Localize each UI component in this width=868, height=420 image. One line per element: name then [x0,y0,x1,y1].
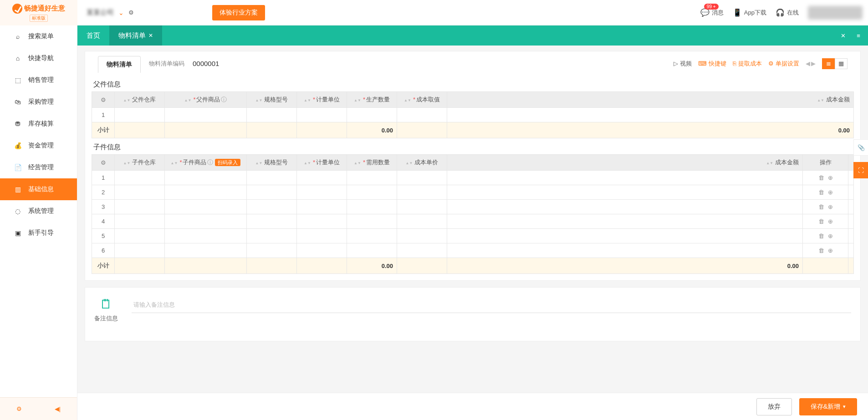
view-switch: ≣ ▦ [822,58,848,69]
col-child-qty[interactable]: ▲▼*需用数量 [347,155,397,171]
table-row[interactable]: 1🗑⊕ [92,171,854,185]
user-avatar[interactable] [808,6,863,20]
fullscreen-button[interactable]: ⛶ [853,162,868,178]
col-parent-costmode[interactable]: ▲▼*成本取值 [397,92,447,108]
row-number: 1 [92,171,115,185]
add-icon[interactable]: ⊕ [828,233,833,239]
sidebar-item-basic-info[interactable]: ▥基础信息 [0,178,77,200]
tab-bom[interactable]: 物料清单 ✕ [109,25,162,46]
gear-header[interactable]: ⚙ [92,92,115,108]
remark-input[interactable] [132,297,851,313]
sidebar-item-label: 基础信息 [28,185,54,193]
scan-badge[interactable]: 扫码录入 [215,159,240,166]
tab-menu-icon[interactable]: ≡ [852,29,865,42]
sidebar-item-system-mgmt[interactable]: ◌系统管理 [0,200,77,222]
note-icon: 🗒 [100,297,112,312]
grid-view-btn[interactable]: ▦ [835,58,848,69]
sidebar-item-search-menu[interactable]: ⌕搜索菜单 [0,25,77,47]
add-icon[interactable]: ⊕ [828,174,833,181]
app-download-label: App下载 [744,9,766,17]
delete-icon[interactable]: 🗑 [818,203,824,210]
col-parent-amount[interactable]: ▲▼成本金额 [447,92,854,108]
delete-icon[interactable]: 🗑 [818,189,824,196]
sidebar-item-quick-nav[interactable]: ⌂快捷导航 [0,47,77,69]
sidebar-item-label: 销售管理 [28,76,54,84]
header-right: 99 + 💬 消息 📱 App下载 🎧 在线 [700,6,863,20]
search-menu-icon: ⌕ [14,33,22,40]
delete-icon[interactable]: 🗑 [818,174,824,181]
table-row[interactable]: 6🗑⊕ [92,243,854,258]
sidebar-item-inventory-cost[interactable]: ⛃库存核算 [0,113,77,135]
video-link[interactable]: ▷视频 [674,60,692,68]
table-row[interactable]: 1 [92,108,854,122]
gear-icon[interactable]: ⚙ [128,9,134,16]
col-parent-product[interactable]: ▲▼*父件商品ⓘ [165,92,247,108]
doc-code: 0000001 [193,60,219,67]
parent-subtotal-amount: 0.00 [447,122,854,138]
next-icon[interactable]: ▶ [811,60,816,67]
online-label: 在线 [787,9,799,17]
sidebar-item-operation-mgmt[interactable]: 📄经营管理 [0,157,77,178]
col-child-price[interactable]: ▲▼成本单价 [397,155,447,171]
col-child-spec[interactable]: ▲▼规格型号 [247,155,297,171]
close-icon[interactable]: ✕ [148,32,153,39]
gear-header[interactable]: ⚙ [92,155,115,171]
row-number: 2 [92,185,115,200]
settings-icon[interactable]: ⚙ [16,405,22,412]
attachment-button[interactable]: 📎 [853,139,868,156]
col-parent-spec[interactable]: ▲▼规格型号 [247,92,297,108]
col-parent-qty[interactable]: ▲▼*生产数量 [347,92,397,108]
messages-link[interactable]: 99 + 💬 消息 [700,8,724,17]
doc-settings-link[interactable]: ⚙单据设置 [768,60,799,68]
col-child-product[interactable]: ▲▼*子件商品ⓘ扫码录入 [165,155,247,171]
collapse-icon[interactable]: ◀| [55,405,61,412]
col-parent-unit[interactable]: ▲▼*计量单位 [297,92,347,108]
add-icon[interactable]: ⊕ [828,203,833,210]
quick-nav-icon: ⌂ [14,55,22,62]
remark-label: 备注信息 [94,314,118,323]
discard-button[interactable]: 放弃 [756,398,792,415]
app-download-link[interactable]: 📱 App下载 [733,8,766,17]
close-all-icon[interactable]: ✕ [836,29,850,42]
tab-home[interactable]: 首页 [77,25,109,46]
fund-mgmt-icon: 💰 [14,142,22,149]
prev-icon[interactable]: ◀ [806,60,810,67]
row-actions: 🗑⊕ [803,243,848,258]
extract-cost-link[interactable]: ⎘提取成本 [733,60,762,68]
extract-icon: ⎘ [733,60,736,67]
delete-icon[interactable]: 🗑 [818,218,824,225]
save-new-button[interactable]: 保存&新增 ▾ [799,398,857,415]
panel-tab[interactable]: 物料清单 [98,56,141,73]
list-view-btn[interactable]: ≣ [822,58,835,69]
scrollbar-stub [848,155,854,171]
table-row[interactable]: 4🗑⊕ [92,214,854,229]
col-child-warehouse[interactable]: ▲▼子件仓库 [115,155,165,171]
col-child-amount[interactable]: ▲▼成本金额 [447,155,803,171]
table-row[interactable]: 5🗑⊕ [92,229,854,243]
shortcut-link[interactable]: ⌨快捷键 [698,60,726,68]
col-child-unit[interactable]: ▲▼*计量单位 [297,155,347,171]
sidebar-item-fund-mgmt[interactable]: 💰资金管理 [0,135,77,157]
col-parent-warehouse[interactable]: ▲▼父件仓库 [115,92,165,108]
message-badge: 99 + [704,4,719,10]
help-icon[interactable]: ⓘ [207,159,213,166]
chevron-down-icon: ⌄ [118,9,124,16]
add-icon[interactable]: ⊕ [828,218,833,225]
add-icon[interactable]: ⊕ [828,247,833,254]
table-row[interactable]: 2🗑⊕ [92,185,854,200]
keyboard-icon: ⌨ [698,60,707,67]
org-selector[interactable]: 某某公司 ⌄ ⚙ [87,8,205,17]
row-number: 4 [92,214,115,229]
experience-button[interactable]: 体验行业方案 [212,5,265,20]
add-icon[interactable]: ⊕ [828,189,833,196]
table-row[interactable]: 3🗑⊕ [92,200,854,214]
delete-icon[interactable]: 🗑 [818,247,824,254]
sidebar-item-newbie-guide[interactable]: ▣新手引导 [0,222,77,244]
sidebar-item-purchase-mgmt[interactable]: 🛍采购管理 [0,91,77,113]
row-actions: 🗑⊕ [803,229,848,243]
sidebar-item-sales-mgmt[interactable]: ⬚销售管理 [0,69,77,91]
tab-bar: 首页 物料清单 ✕ ✕ ≡ [77,25,868,46]
delete-icon[interactable]: 🗑 [818,233,824,239]
online-support-link[interactable]: 🎧 在线 [776,8,799,17]
help-icon[interactable]: ⓘ [221,96,227,103]
